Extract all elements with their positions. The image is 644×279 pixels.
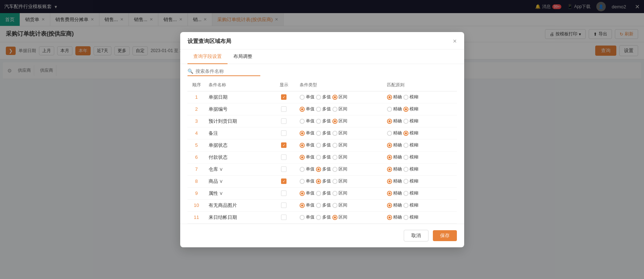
conditions-table-header: 顺序 条件名称 显示 条件类型 匹配原则 <box>187 79 457 82</box>
search-input[interactable] <box>195 68 260 74</box>
dialog-search-area: 🔍 <box>180 64 464 79</box>
col-header-match: 匹配原则 <box>384 82 457 82</box>
modal-overlay: 设置查询区域布局 × 查询字段设置 布局调整 🔍 顺序 条件名称 显示 <box>0 0 644 82</box>
dialog-close-button[interactable]: × <box>453 38 457 44</box>
search-icon: 🔍 <box>187 68 193 74</box>
col-header-name: 条件名称 <box>206 82 271 82</box>
col-header-show: 显示 <box>271 82 297 82</box>
conditions-table: 顺序 条件名称 显示 条件类型 匹配原则 1单据日期单值多值区间精确模糊2单据编… <box>180 79 464 82</box>
settings-dialog: 设置查询区域布局 × 查询字段设置 布局调整 🔍 顺序 条件名称 显示 <box>180 32 464 82</box>
dialog-title: 设置查询区域布局 <box>187 38 231 45</box>
col-header-order: 顺序 <box>187 82 206 82</box>
search-input-wrap: 🔍 <box>187 68 260 76</box>
dialog-header: 设置查询区域布局 × <box>180 32 464 50</box>
tab-layout[interactable]: 布局调整 <box>228 50 258 64</box>
dialog-tabs: 查询字段设置 布局调整 <box>180 50 464 64</box>
col-header-type: 条件类型 <box>297 82 384 82</box>
tab-field-settings[interactable]: 查询字段设置 <box>187 50 228 64</box>
